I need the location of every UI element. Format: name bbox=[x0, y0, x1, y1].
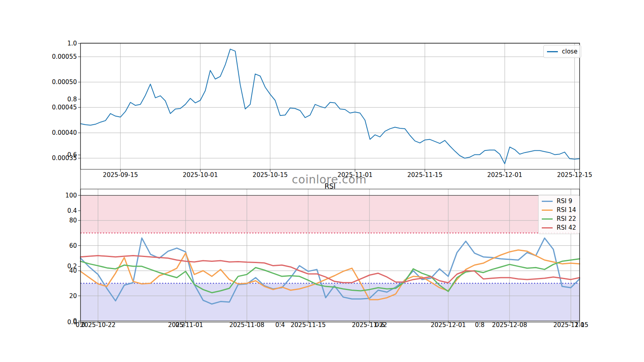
legend-line-swatch bbox=[542, 210, 553, 211]
overlay-y-tick-label: 0.4 bbox=[67, 207, 77, 214]
overlay-y-tick-label: 0.6 bbox=[67, 151, 77, 158]
overlay-x-tick-label: 0.4 bbox=[275, 321, 285, 329]
legend-label: close bbox=[562, 48, 578, 55]
legend-item: close bbox=[547, 47, 578, 56]
rsi-panel-title: RSI bbox=[324, 182, 336, 190]
x-tick-label: 2025-11-15 bbox=[291, 321, 326, 329]
y-tick-label: 60 bbox=[69, 242, 77, 249]
legend-line-swatch bbox=[542, 227, 553, 228]
rsi-legend: RSI 9RSI 14RSI 22RSI 42 bbox=[538, 195, 580, 234]
y-tick-label: 20 bbox=[69, 292, 77, 300]
overlay-y-tick-label: 0.0 bbox=[67, 319, 77, 326]
overlay-y-tick-label: 0.2 bbox=[67, 263, 77, 270]
legend-label: RSI 9 bbox=[557, 197, 572, 205]
x-tick-label: 2025-12-08 bbox=[492, 321, 527, 329]
legend-item: RSI 22 bbox=[542, 214, 576, 223]
y-tick-label: 0.00045 bbox=[52, 104, 77, 111]
x-tick-label: 2025-12-01 bbox=[487, 171, 522, 179]
x-tick-label: 2025-11-15 bbox=[407, 171, 442, 179]
price-legend: close bbox=[543, 45, 581, 58]
x-tick-label: 2025-09-15 bbox=[103, 171, 138, 179]
y-tick-label: 0.00055 bbox=[52, 53, 77, 60]
overlay-x-tick-label: 0.8 bbox=[475, 321, 485, 329]
overlay-x-tick-label: 0.6 bbox=[375, 321, 385, 329]
overlay-x-tick-label: 0.2 bbox=[175, 321, 185, 329]
legend-label: RSI 22 bbox=[557, 215, 576, 222]
x-tick-label: 2025-10-01 bbox=[183, 171, 218, 179]
overlay-x-tick-label: 1.0 bbox=[575, 321, 584, 329]
legend-line-swatch bbox=[542, 201, 553, 202]
x-tick-label: 2025-10-15 bbox=[253, 171, 288, 179]
y-tick-label: 100 bbox=[65, 192, 77, 199]
y-tick-label: 80 bbox=[69, 217, 77, 224]
oversold-band bbox=[80, 283, 580, 321]
legend-item: RSI 42 bbox=[542, 223, 576, 232]
x-tick-label: 2025-11-01 bbox=[168, 321, 203, 329]
y-tick-label: 0.00040 bbox=[52, 129, 77, 136]
legend-item: RSI 14 bbox=[542, 206, 576, 214]
x-tick-label: 2025-12-15 bbox=[557, 171, 592, 179]
legend-item: RSI 9 bbox=[542, 197, 576, 206]
y-tick-label: 0.00050 bbox=[52, 78, 77, 86]
overbought-band bbox=[80, 195, 580, 233]
legend-line-swatch bbox=[547, 51, 558, 52]
x-tick-label: 2025-11-08 bbox=[229, 321, 264, 329]
overlay-y-tick-label: 0.8 bbox=[67, 96, 77, 103]
legend-label: RSI 42 bbox=[557, 224, 576, 231]
legend-label: RSI 14 bbox=[557, 206, 576, 214]
chart-figure: 2025-09-152025-10-012025-10-152025-11-01… bbox=[0, 0, 644, 362]
overlay-y-tick-label: 1.0 bbox=[67, 40, 77, 47]
overlay-x-tick-label: 0.0 bbox=[76, 321, 85, 329]
legend-line-swatch bbox=[542, 218, 553, 220]
x-tick-label: 2025-10-22 bbox=[80, 321, 116, 329]
x-tick-label: 2025-12-01 bbox=[431, 321, 466, 329]
